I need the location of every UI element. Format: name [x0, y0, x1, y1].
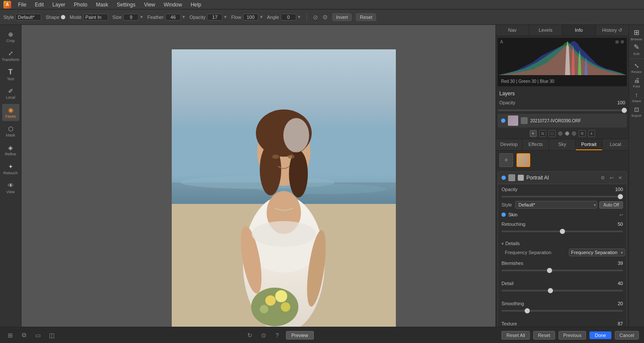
- details-header[interactable]: ▾ Details: [498, 239, 626, 248]
- edit-icon-item[interactable]: ✎ Edit: [630, 43, 643, 56]
- skin-reset-button[interactable]: ↩: [620, 212, 623, 217]
- opacity-input[interactable]: [207, 14, 222, 21]
- tool-retouch[interactable]: ✦ Retouch: [2, 161, 19, 178]
- skin-dot: [501, 212, 506, 217]
- feather-group: Feather ▾: [147, 14, 185, 21]
- freq-sep-select[interactable]: Frequency Separation: [569, 249, 625, 256]
- portrait-opacity-slider[interactable]: [501, 196, 623, 197]
- portrait-close-button[interactable]: ✕: [617, 175, 623, 181]
- menu-file[interactable]: File: [16, 1, 28, 9]
- histogram-icon-a[interactable]: A: [500, 39, 503, 44]
- tab-info[interactable]: Info: [562, 25, 596, 36]
- texture-slider-row: Texture 87: [501, 321, 623, 327]
- preview-button[interactable]: Preview: [286, 331, 314, 340]
- tool-mask[interactable]: ⬡ Mask: [2, 123, 19, 140]
- share-icon-item[interactable]: ↑ Share: [630, 91, 643, 103]
- export-label: Export: [632, 114, 641, 118]
- toolbar-separator: [307, 13, 307, 21]
- blemishes-slider[interactable]: [501, 270, 623, 271]
- skin-section-toggle[interactable]: Skin ↩: [498, 210, 626, 219]
- bottom-done-button[interactable]: Done: [589, 331, 611, 339]
- menu-settings[interactable]: Settings: [115, 1, 137, 9]
- detail-slider[interactable]: [501, 290, 623, 291]
- details-chevron-icon: ▾: [501, 241, 504, 246]
- retouching-slider[interactable]: [501, 231, 623, 232]
- menu-help[interactable]: Help: [189, 1, 203, 9]
- portrait-style-select[interactable]: Default*: [515, 201, 597, 209]
- export-icon-item[interactable]: ⊡ Export: [630, 105, 643, 118]
- portrait-settings-button[interactable]: ⚙: [600, 175, 606, 181]
- face-add-button[interactable]: +: [499, 153, 513, 167]
- layer-settings-button[interactable]: ⚙: [579, 130, 586, 137]
- feather-input[interactable]: [165, 14, 181, 21]
- mode-select[interactable]: Paint In: [83, 14, 108, 21]
- tool-local[interactable]: ✐ Local: [2, 85, 19, 102]
- layer-dot-3[interactable]: [572, 131, 576, 136]
- tool-crop[interactable]: ⊕ Crop: [2, 28, 19, 46]
- tool-text[interactable]: T Text: [2, 66, 19, 83]
- browse-icon: ⊞: [634, 28, 639, 36]
- style-select[interactable]: Default*: [15, 14, 41, 21]
- toolbar-opacity-label: Opacity: [189, 15, 205, 20]
- layer-mask-button[interactable]: ⬡: [549, 130, 556, 137]
- bottom-question-icon[interactable]: ?: [272, 330, 283, 340]
- bottom-reset-button[interactable]: Reset: [533, 331, 555, 340]
- menu-edit[interactable]: Edit: [33, 1, 46, 9]
- portrait-undo-button[interactable]: ↩: [608, 175, 614, 181]
- reset-button[interactable]: Reset: [356, 13, 376, 21]
- bottom-previous-button[interactable]: Previous: [559, 331, 586, 340]
- bottom-cancel-button[interactable]: Cancel: [615, 331, 639, 340]
- layer-dot-2[interactable]: [565, 131, 569, 136]
- layer-duplicate-button[interactable]: ⧉: [539, 130, 546, 137]
- browse-icon-item[interactable]: ⊞ Browse: [630, 28, 643, 41]
- tab-local[interactable]: Local: [602, 139, 629, 150]
- auto-off-button[interactable]: Auto Off: [599, 201, 623, 209]
- menu-view[interactable]: View: [142, 1, 157, 9]
- settings-gear-icon[interactable]: ⚙: [322, 14, 328, 21]
- menu-window[interactable]: Window: [162, 1, 184, 9]
- edit-label: Edit: [634, 52, 640, 56]
- tab-develop[interactable]: Develop: [496, 139, 522, 150]
- bottom-rotate-icon[interactable]: ↻: [245, 330, 255, 340]
- layer-add-button[interactable]: +: [530, 130, 537, 137]
- tool-view[interactable]: 👁 View: [2, 179, 19, 197]
- eyedropper-icon[interactable]: ⊘: [313, 14, 318, 21]
- bottom-view3-button[interactable]: ▭: [33, 330, 43, 340]
- invert-button[interactable]: Invert: [332, 13, 352, 21]
- menu-photo[interactable]: Photo: [72, 1, 89, 9]
- layer-camera-icon: [521, 117, 528, 124]
- layer-dot-1[interactable]: [558, 131, 562, 136]
- tab-sky[interactable]: Sky: [549, 139, 576, 150]
- bottom-view2-button[interactable]: ⧉: [19, 330, 29, 340]
- tab-nav[interactable]: Nav: [496, 25, 529, 36]
- retouch-label: Retouch: [3, 171, 18, 175]
- bottom-search-icon[interactable]: ⊙: [258, 330, 269, 340]
- tab-portrait[interactable]: Portrait: [576, 139, 602, 150]
- tab-levels[interactable]: Levels: [529, 25, 563, 36]
- layer-visibility-dot[interactable]: [501, 118, 505, 123]
- transform-icon: ⤢: [8, 50, 13, 57]
- angle-input[interactable]: [281, 14, 296, 21]
- menu-mask[interactable]: Mask: [94, 1, 110, 9]
- size-input[interactable]: [123, 14, 139, 21]
- layer-delete-button[interactable]: ↡: [588, 130, 595, 137]
- bottom-view-button[interactable]: ⊞: [5, 330, 15, 340]
- resize-icon-item[interactable]: ⤡ Resize: [630, 61, 643, 74]
- face-thumb-1[interactable]: [516, 153, 530, 167]
- bottom-reset-all-button[interactable]: Reset All: [501, 331, 529, 340]
- histogram-expand-icon[interactable]: ⊞: [615, 39, 619, 44]
- print-icon-item[interactable]: 🖨 Print: [630, 76, 643, 89]
- tab-history[interactable]: History ↺: [596, 25, 629, 36]
- tab-effects[interactable]: Effects: [522, 139, 549, 150]
- bottom-view4-button[interactable]: ◫: [46, 330, 57, 340]
- histogram-settings-icon[interactable]: ⚙: [620, 39, 624, 44]
- svg-point-16: [288, 155, 295, 159]
- smoothing-slider[interactable]: [501, 310, 623, 312]
- menu-layer[interactable]: Layer: [51, 1, 67, 9]
- tool-faces[interactable]: ◉ Faces: [2, 104, 19, 121]
- layers-opacity-slider[interactable]: [498, 109, 627, 111]
- toolbar: Style Default* Shape Mode Paint In Size …: [0, 9, 644, 25]
- tool-refine[interactable]: ◈ Refine: [2, 142, 19, 159]
- tool-transform[interactable]: ⤢ Transform: [2, 47, 19, 64]
- flow-input[interactable]: [243, 14, 258, 21]
